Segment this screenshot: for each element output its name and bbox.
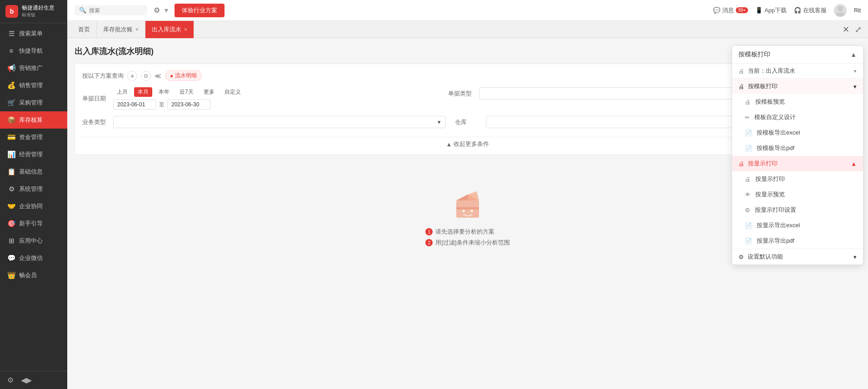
tab-close-all-button[interactable]: ✕: [839, 25, 853, 35]
user-avatar[interactable]: [834, 4, 847, 17]
date-tab-custom[interactable]: 自定义: [221, 87, 244, 97]
step-1-number: 1: [425, 228, 433, 235]
tab-batch-close[interactable]: ×: [135, 26, 139, 33]
sidebar-item-basics[interactable]: 📋 基础信息: [0, 163, 67, 180]
footer-chevron-icon: ▾: [853, 254, 857, 260]
sidebar-item-inventory[interactable]: 📦 库存核算: [0, 111, 67, 129]
basics-icon: 📋: [7, 168, 15, 176]
date-tab-this-year[interactable]: 本年: [155, 87, 173, 97]
app-download-button[interactable]: 📱 App下载: [755, 6, 787, 15]
phone-icon: 📱: [755, 7, 763, 14]
date-end-input[interactable]: [167, 100, 210, 110]
operations-icon: 📊: [7, 150, 15, 159]
display-preview-item[interactable]: 👁 按显示预览: [732, 187, 863, 202]
display-export-pdf-icon: 📄: [745, 238, 752, 244]
date-tabs: 上月 本月 本年 近7天 更多 自定义: [113, 87, 439, 97]
tab-flow-close[interactable]: ×: [184, 26, 187, 33]
filter-collapse-button[interactable]: ≪: [155, 72, 161, 80]
sidebar-item-sales[interactable]: 💰 销售管理: [0, 77, 67, 94]
display-print-header-row: 🖨 按显示打印: [738, 160, 778, 168]
template-export-excel-item[interactable]: 📄 按模板导出excel: [732, 125, 863, 140]
template-print-header-row: 🖨 按模板打印: [738, 82, 778, 90]
template-preview-item[interactable]: 🖨 按模板预览: [732, 94, 863, 110]
date-tab-more[interactable]: 更多: [200, 87, 218, 97]
dropdown-chevron-up-icon[interactable]: ▲: [850, 51, 857, 58]
business-type-select[interactable]: ▾: [113, 116, 446, 128]
weixin-icon: 💬: [7, 254, 15, 262]
sidebar-settings-icon[interactable]: ⚙: [7, 376, 14, 384]
filter-tag-shuimingxi[interactable]: ● 流水明细: [165, 70, 202, 81]
current-item[interactable]: 🖨 当前：出入库流水 ▾: [732, 64, 863, 79]
topbar-chevron-icon[interactable]: ▾: [165, 6, 168, 15]
sidebar-item-purchase[interactable]: 🛒 采购管理: [0, 94, 67, 111]
topbar-search-icon: 🔍: [79, 7, 86, 14]
sidebar-item-quick-nav[interactable]: ≡ 快捷导航: [0, 42, 67, 60]
finance-icon: 💳: [7, 133, 15, 141]
empty-state-steps: 1 请先选择要分析的方案 2 用[过滤]条件来缩小分析范围: [425, 228, 509, 247]
current-icon: 🖨: [738, 68, 744, 75]
display-print-settings-item[interactable]: ⚙ 按显示打印设置: [732, 202, 863, 218]
display-export-excel-item[interactable]: 📄 按显示导出excel: [732, 218, 863, 233]
bill-type-label: 单据类型: [448, 90, 475, 98]
svg-point-1: [836, 12, 845, 17]
svg-marker-4: [468, 191, 479, 200]
system-icon: ⚙: [7, 185, 15, 193]
tab-flow[interactable]: 出入库流水 ×: [145, 21, 194, 38]
svg-point-7: [470, 209, 473, 212]
message-button[interactable]: 💬 消息 99+: [713, 6, 748, 15]
online-service-button[interactable]: 🎧 在线客服: [794, 6, 827, 15]
empty-state-icon: [447, 182, 488, 223]
sidebar: b 畅捷通好生意 标准版 ☰ 搜索菜单 ≡ 快捷导航 📢 营销推广 💰 销售管理…: [0, 0, 67, 389]
template-print-chevron-icon: ▾: [853, 83, 857, 90]
sidebar-item-app-center[interactable]: ⊞ 应用中心: [0, 232, 67, 249]
dropdown-title: 按模板打印: [738, 50, 770, 59]
sidebar-item-vip[interactable]: 👑 畅会员: [0, 267, 67, 284]
template-export-pdf-item[interactable]: 📄 按模板导出pdf: [732, 140, 863, 156]
display-print-section-icon: 🖨: [738, 160, 744, 167]
date-tab-7days[interactable]: 近7天: [176, 87, 197, 97]
filter-setting-button[interactable]: ⊙: [141, 71, 151, 81]
date-tab-this-month[interactable]: 本月: [134, 87, 152, 97]
date-tab-last-month[interactable]: 上月: [113, 87, 131, 97]
display-preview-icon: 👁: [745, 191, 751, 198]
enterprise-icon: 🤝: [7, 202, 15, 210]
topbar-search-box: 🔍: [75, 5, 147, 15]
tab-home[interactable]: 首页: [72, 21, 97, 38]
svg-rect-5: [456, 207, 479, 209]
sidebar-item-finance[interactable]: 💳 资金管理: [0, 129, 67, 146]
tab-batch[interactable]: 库存批次账 ×: [97, 21, 145, 38]
sidebar-item-search[interactable]: ☰ 搜索菜单: [0, 25, 67, 42]
sidebar-footer: ⚙ ◀▶: [0, 371, 67, 389]
business-type-control: ▾: [113, 116, 446, 128]
filter-add-button[interactable]: +: [127, 71, 137, 81]
template-custom-item[interactable]: ✏ 模板自定义设计: [732, 110, 863, 125]
topbar-gear-icon[interactable]: ⚙: [154, 6, 160, 15]
display-print-section[interactable]: 🖨 按显示打印 ▲: [732, 156, 863, 171]
display-print-icon: 🖨: [745, 176, 751, 183]
sidebar-collapse-icon[interactable]: ◀▶: [21, 376, 32, 384]
tab-maximize-icon[interactable]: ⤢: [853, 25, 863, 35]
template-preview-icon: 🖨: [745, 99, 751, 105]
sidebar-item-marketing[interactable]: 📢 营销推广: [0, 60, 67, 77]
current-chevron-icon: ▾: [854, 68, 857, 74]
sidebar-item-weixin[interactable]: 💬 企业微信: [0, 249, 67, 267]
tag-icon: ●: [170, 73, 173, 79]
sidebar-item-operations[interactable]: 📊 经营管理: [0, 146, 67, 163]
solution-button[interactable]: 体验行业方案: [175, 4, 224, 17]
dropdown-footer[interactable]: ⚙ 设置默认功能 ▾: [732, 249, 863, 264]
sidebar-item-enterprise[interactable]: 🤝 企业协同: [0, 198, 67, 215]
display-export-excel-icon: 📄: [745, 222, 752, 229]
inventory-icon: 📦: [7, 116, 15, 124]
username-label: Rit: [854, 7, 861, 14]
collapse-button[interactable]: ▲ 收起更多条件: [446, 140, 489, 148]
display-print-item[interactable]: 🖨 按显示打印: [732, 171, 863, 187]
sidebar-item-guide[interactable]: 🎯 新手引导: [0, 215, 67, 232]
sidebar-item-system[interactable]: ⚙ 系统管理: [0, 180, 67, 198]
display-export-pdf-item[interactable]: 📄 按显示导出pdf: [732, 233, 863, 249]
app-logo-icon: b: [5, 5, 18, 18]
date-separator: 至: [159, 101, 165, 109]
business-type-label: 业务类型: [82, 118, 110, 126]
template-print-section[interactable]: 🖨 按模板打印 ▾: [732, 79, 863, 94]
date-start-input[interactable]: [113, 100, 156, 110]
topbar-search-input[interactable]: [89, 7, 143, 14]
